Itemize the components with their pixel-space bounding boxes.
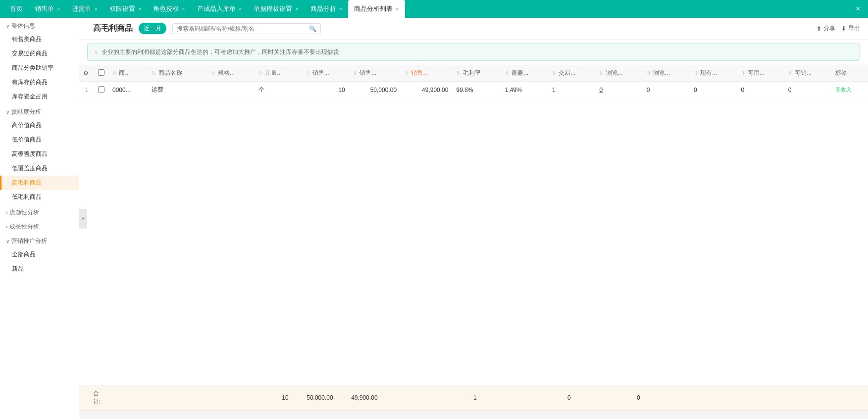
th-coverage[interactable]: ⇅ 覆盖... bbox=[501, 65, 548, 82]
th-stock-current[interactable]: ⇅ 现有... bbox=[690, 65, 737, 82]
close-icon[interactable]: × bbox=[57, 6, 60, 12]
sidebar-item-low-margin[interactable]: 低毛利商品 bbox=[0, 190, 79, 204]
sort-icon: ⇅ bbox=[258, 70, 262, 76]
sidebar-item-sales-products[interactable]: 销售类商品 bbox=[0, 32, 79, 47]
sidebar-item-stock-capital[interactable]: 库存资金占用 bbox=[0, 90, 79, 104]
row-gross-margin: 99.8% bbox=[452, 82, 501, 98]
close-icon[interactable]: × bbox=[182, 6, 185, 12]
sidebar-item-traded-products[interactable]: 交易过的商品 bbox=[0, 47, 79, 61]
close-icon[interactable]: × bbox=[295, 6, 298, 12]
th-trade-count[interactable]: ⇅ 交易... bbox=[548, 65, 595, 82]
th-sales-profit[interactable]: ⇅ 销售... bbox=[401, 65, 452, 82]
footer-trade-count: 1 bbox=[441, 394, 481, 401]
footer-sales-profit: 49,900.00 bbox=[337, 394, 382, 401]
sidebar-group-flow[interactable]: › 流趋性分析 bbox=[0, 204, 79, 219]
export-icon: ⬇ bbox=[841, 25, 846, 32]
nav-tab-permissions[interactable]: 权限设置 × bbox=[103, 0, 147, 18]
nav-tab-home[interactable]: 首页 bbox=[4, 0, 29, 18]
th-stock-saleable[interactable]: ⇅ 可销... bbox=[784, 65, 831, 82]
row-view2: 0 bbox=[643, 82, 690, 98]
sort-icon: ⇅ bbox=[152, 70, 155, 76]
row-spec bbox=[207, 82, 255, 98]
sidebar-item-high-value[interactable]: 高价值商品 bbox=[0, 118, 79, 133]
close-icon[interactable]: × bbox=[396, 6, 399, 12]
info-banner: ✧ 企业的主要的利润都是这部分商品创造的，可考虑加大推广，同时关注库存量不要出现… bbox=[87, 44, 860, 61]
row-stock-available: 0 bbox=[737, 82, 784, 98]
row-sales-profit: 49,900.00 bbox=[401, 82, 452, 98]
chevron-down-icon: ∨ bbox=[6, 109, 9, 115]
sidebar-item-low-value[interactable]: 低价值商品 bbox=[0, 133, 79, 147]
footer-stock-current: 0 bbox=[540, 394, 575, 401]
th-view1[interactable]: ⇅ 浏览... bbox=[595, 65, 642, 82]
row-checkbox[interactable] bbox=[94, 82, 108, 98]
row-trade-count: 1 bbox=[548, 82, 595, 98]
sidebar-item-all-products[interactable]: 全部商品 bbox=[0, 247, 79, 262]
th-settings[interactable]: ⚙ bbox=[79, 65, 94, 82]
nav-tab-templates[interactable]: 单据模板设置 × bbox=[248, 0, 304, 18]
filter-period-button[interactable]: 近一月 bbox=[139, 23, 166, 34]
row-sales-qty: 10 bbox=[302, 82, 349, 98]
sidebar-collapse-button[interactable]: « bbox=[79, 209, 87, 229]
info-icon: ✧ bbox=[94, 49, 99, 56]
nav-tab-roles[interactable]: 角色授权 × bbox=[147, 0, 191, 18]
th-tag: 标签 bbox=[831, 65, 868, 82]
sidebar-group-growth[interactable]: › 成长性分析 bbox=[0, 219, 79, 233]
row-view1[interactable]: 0 bbox=[595, 82, 642, 98]
sidebar-group-contribution[interactable]: ∨ 贡献度分析 bbox=[0, 104, 79, 118]
search-input[interactable] bbox=[177, 25, 306, 32]
sidebar-item-high-coverage[interactable]: 高覆盖度商品 bbox=[0, 147, 79, 161]
page-title: 高毛利商品 bbox=[93, 23, 133, 34]
row-code[interactable]: 0000... bbox=[108, 82, 148, 98]
sidebar-item-high-margin[interactable]: 高毛利商品 bbox=[0, 176, 79, 190]
th-sales-qty[interactable]: ⇅ 销售... bbox=[302, 65, 349, 82]
nav-tab-purchase[interactable]: 进货单 × bbox=[66, 0, 103, 18]
chevron-down-icon: ∨ bbox=[6, 238, 9, 244]
close-icon[interactable]: × bbox=[138, 6, 141, 12]
sort-icon: ⇅ bbox=[405, 70, 408, 76]
sidebar-item-in-stock[interactable]: 有库存的商品 bbox=[0, 75, 79, 90]
th-name[interactable]: ⇅ 商品名称 bbox=[148, 65, 207, 82]
row-name[interactable]: 运费 bbox=[148, 82, 207, 98]
footer-stock-saleable: 0 bbox=[610, 394, 644, 401]
row-stock-saleable: 0 bbox=[784, 82, 831, 98]
chevron-right-icon: › bbox=[6, 224, 7, 230]
sidebar-item-low-coverage[interactable]: 低覆盖度商品 bbox=[0, 161, 79, 176]
search-icon[interactable]: 🔍 bbox=[309, 25, 316, 32]
sort-icon: ⇅ bbox=[112, 70, 116, 76]
chevron-down-icon: ∨ bbox=[6, 23, 9, 29]
select-all-checkbox[interactable] bbox=[98, 69, 104, 76]
nav-tab-sales[interactable]: 销售单 × bbox=[29, 0, 66, 18]
content-area: « 高毛利商品 近一月 🔍 ⬆ 分享 ⬇ 导出 ✧ 企 bbox=[79, 18, 868, 419]
th-view2[interactable]: ⇅ 浏览... bbox=[643, 65, 690, 82]
horizontal-scrollbar[interactable] bbox=[79, 410, 868, 419]
sidebar-item-category-rate[interactable]: 商品分类助销率 bbox=[0, 61, 79, 75]
export-button[interactable]: ⬇ 导出 bbox=[841, 24, 860, 33]
row-num: 1 bbox=[79, 82, 94, 98]
nav-tab-analysis-list[interactable]: 商品分析列表 × bbox=[348, 0, 405, 18]
row-unit: 个 bbox=[255, 82, 302, 98]
row-select-checkbox[interactable] bbox=[98, 86, 104, 93]
th-sales-amt[interactable]: ⇅ 销售... bbox=[349, 65, 401, 82]
chevron-right-icon: › bbox=[6, 210, 7, 215]
settings-icon[interactable]: ⚙ bbox=[83, 70, 89, 77]
sort-icon: ⇅ bbox=[647, 70, 651, 76]
sort-icon: ⇅ bbox=[694, 70, 698, 76]
close-icon[interactable]: × bbox=[239, 6, 242, 12]
th-stock-available[interactable]: ⇅ 可用... bbox=[737, 65, 784, 82]
close-icon[interactable]: × bbox=[339, 6, 342, 12]
sidebar-item-new-products[interactable]: 新品 bbox=[0, 262, 79, 276]
sidebar-group-marketing[interactable]: ∨ 营销推广分析 bbox=[0, 233, 79, 247]
sort-icon: ⇅ bbox=[211, 70, 215, 76]
nav-tab-production[interactable]: 产成品入库单 × bbox=[191, 0, 248, 18]
th-code[interactable]: ⇅ 商... bbox=[108, 65, 148, 82]
close-icon[interactable]: × bbox=[94, 6, 97, 12]
table-row: 1 0000... 运费 个 10 50,000.00 49,900.00 99… bbox=[79, 82, 868, 98]
nav-tab-product-analysis[interactable]: 商品分析 × bbox=[305, 0, 348, 18]
window-close-button[interactable]: × bbox=[852, 3, 864, 15]
th-unit[interactable]: ⇅ 计量... bbox=[255, 65, 302, 82]
share-icon: ⬆ bbox=[817, 25, 821, 32]
share-button[interactable]: ⬆ 分享 bbox=[817, 24, 835, 33]
th-spec[interactable]: ⇅ 规格... bbox=[207, 65, 255, 82]
sidebar-group-overall[interactable]: ∨ 整体信息 bbox=[0, 18, 79, 32]
th-gross-margin[interactable]: ⇅ 毛利率 bbox=[452, 65, 501, 82]
